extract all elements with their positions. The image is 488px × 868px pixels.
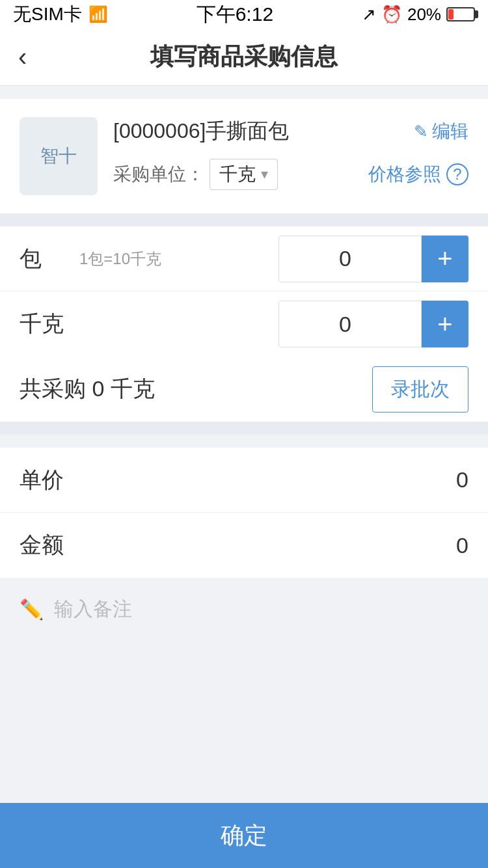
total-row: 共采购 0 千克 录批次 [0,357,488,422]
pack-sublabel: 1包=10千克 [79,249,278,269]
kg-plus-button[interactable]: + [422,301,468,347]
unit-label: 采购单位： [113,162,204,187]
product-logo: 智十 [40,145,77,167]
amount-label: 金额 [20,530,64,560]
input-section: 包 1包=10千克 + 千克 + [0,226,488,357]
status-bar: 无SIM卡 📶 下午6:12 ↗ ⏰ 20% [0,0,488,29]
edit-button[interactable]: ✎ 编辑 [414,119,468,144]
price-ref-button[interactable]: 价格参照 ? [368,162,468,187]
page-title: 填写商品采购信息 [150,41,338,73]
kg-input-row: 千克 + [0,292,488,357]
pack-plus-button[interactable]: + [422,236,468,282]
status-time: 下午6:12 [197,1,273,28]
section-divider-1 [0,213,488,226]
battery-percent: 20% [407,5,441,25]
help-icon[interactable]: ? [446,163,468,185]
pack-input[interactable] [278,236,422,282]
edit-icon: ✎ [414,122,428,142]
amount-row: 金额 0 [0,513,488,578]
status-right: ↗ ⏰ 20% [362,5,475,25]
unit-price-value: 0 [456,467,468,493]
confirm-button[interactable]: 确定 [0,803,488,868]
unit-select[interactable]: 千克 ▾ [210,159,278,190]
price-section: 单价 0 金额 0 [0,448,488,578]
wifi-icon: 📶 [88,5,108,23]
amount-value: 0 [456,533,468,558]
chevron-down-icon: ▾ [261,166,268,183]
nav-bar: ‹ 填写商品采购信息 [0,29,488,86]
section-divider-2 [0,422,488,435]
product-thumbnail: 智十 [20,117,98,195]
carrier-text: 无SIM卡 [13,2,82,27]
remark-input[interactable]: 输入备注 [54,596,132,623]
pack-field-wrap: + [278,236,468,282]
product-card: 智十 [0000006]手撕面包 ✎ 编辑 采购单位： 千克 ▾ 价格参照 ? [0,99,488,213]
record-batch-button[interactable]: 录批次 [372,366,468,413]
unit-price-label: 单价 [20,465,64,495]
price-ref-label: 价格参照 [368,162,441,187]
unit-price-row: 单价 0 [0,448,488,513]
status-left: 无SIM卡 📶 [13,2,108,27]
back-button[interactable]: ‹ [18,42,27,72]
product-name: [0000006]手撕面包 [113,117,289,146]
pack-input-row: 包 1包=10千克 + [0,226,488,292]
alarm-icon: ⏰ [381,5,402,25]
location-icon: ↗ [362,5,376,25]
remark-section[interactable]: ✏️ 输入备注 [0,578,488,641]
product-unit-row: 采购单位： 千克 ▾ 价格参照 ? [113,159,468,190]
kg-input[interactable] [278,301,422,347]
pencil-icon: ✏️ [20,598,44,621]
kg-label: 千克 [20,309,72,339]
total-label: 共采购 0 千克 [20,374,155,404]
edit-label: 编辑 [432,119,468,144]
unit-value: 千克 [219,162,256,187]
product-info: [0000006]手撕面包 ✎ 编辑 采购单位： 千克 ▾ 价格参照 ? [113,117,468,190]
kg-field-wrap: + [278,301,468,347]
battery-indicator [446,7,475,21]
battery-fill [448,9,454,20]
pack-label: 包 [20,244,72,274]
product-name-row: [0000006]手撕面包 ✎ 编辑 [113,117,468,146]
